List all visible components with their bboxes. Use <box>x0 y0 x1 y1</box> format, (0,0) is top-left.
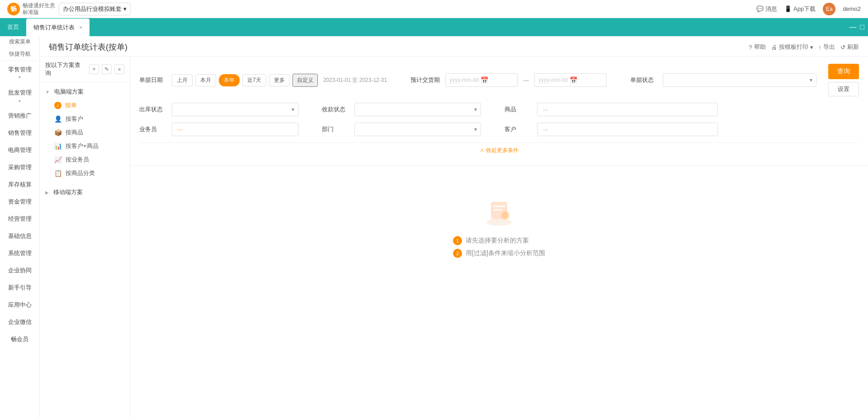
empty-tip-1: 1 请先选择要分析的方案 <box>453 236 545 245</box>
scheme-item-product[interactable]: 📦 按商品 <box>40 126 130 139</box>
page-actions: ? 帮助 🖨 按模板打印 ▾ ↑ 导出 ↺ 刷新 <box>749 43 859 51</box>
collapse-icon: ▶ <box>45 190 49 195</box>
scheme-item-customer-product[interactable]: 📊 按客户+商品 <box>40 139 130 153</box>
collapse-filters-button[interactable]: ∧ 收起更多条件 <box>139 142 859 158</box>
mobile-section-header[interactable]: ▶ 移动端方案 <box>40 185 130 199</box>
scheme-item-customer[interactable]: 👤 按客户 <box>40 112 130 126</box>
this-month-button[interactable]: 本月 <box>195 74 216 86</box>
sidebar-item-ecommerce[interactable]: 电商管理 <box>0 142 39 159</box>
sidebar-item-app-center[interactable]: 应用中心 <box>0 296 39 314</box>
scheme-icon: 📈 <box>54 156 62 163</box>
salesman-input[interactable]: ··· <box>172 123 298 136</box>
collapse-icon: ∧ <box>480 147 486 153</box>
scheme-item-single[interactable]: ✓ 按单 <box>40 99 130 112</box>
svg-rect-2 <box>493 205 505 207</box>
sidebar-item-basic[interactable]: 基础信息 <box>0 228 39 245</box>
query-button[interactable]: 查询 <box>828 64 859 79</box>
sidebar-item-wechat[interactable]: 企业微信 <box>0 314 39 331</box>
logo-area: 畅 畅捷通好生意 标准版 <box>7 2 55 15</box>
this-year-button[interactable]: 本年 <box>219 74 240 86</box>
help-button[interactable]: ? 帮助 <box>749 43 765 51</box>
ship-status-select[interactable]: ▾ <box>172 103 298 116</box>
customer-input[interactable]: ··· <box>537 123 718 136</box>
content-area: 销售订单统计表(按单) ? 帮助 🖨 按模板打印 ▾ ↑ 导出 ↺ 刷新 <box>40 36 868 418</box>
salesman-label: 业务员 <box>139 125 166 133</box>
date-range-display: 2023-01-01 至 2023-12-31 <box>323 76 387 84</box>
svg-rect-3 <box>493 209 502 211</box>
tab-sales-order-stats[interactable]: 销售订单统计表 × <box>26 19 90 37</box>
user-initials: Ea <box>826 6 833 12</box>
sidebar-item-newbie[interactable]: 新手引导 <box>0 279 39 296</box>
filter-row-3: 业务员 ··· 部门 ▾ 客户 ··· <box>139 123 859 136</box>
scheme-icon: 📊 <box>54 142 62 150</box>
last-month-button[interactable]: 上月 <box>172 74 193 86</box>
sidebar-item-purchase[interactable]: 采购管理 <box>0 159 39 176</box>
sidebar-item-member[interactable]: 畅会员 <box>0 331 39 348</box>
customer-label: 客户 <box>505 125 532 133</box>
expected-date-start-input[interactable]: yyyy-mm-dd 📅 <box>445 73 518 87</box>
sidebar-item-retail[interactable]: 零售管理 ▾ <box>0 61 39 84</box>
sidebar-item-marketing[interactable]: 营销推广 <box>0 107 39 124</box>
scheme-item-salesman[interactable]: 📈 按业务员 <box>40 153 130 166</box>
expected-date-end-input[interactable]: yyyy-mm-dd 📅 <box>534 73 607 87</box>
scheme-item-category[interactable]: 📋 按商品分类 <box>40 166 130 180</box>
sidebar-search-button[interactable]: 搜索菜单 <box>0 36 39 48</box>
print-button[interactable]: 🖨 按模板打印 ▾ <box>771 43 813 51</box>
custom-date-button[interactable]: 自定义 <box>292 74 318 87</box>
window-minimize-icon[interactable]: — <box>849 23 856 31</box>
sidebar-item-enterprise[interactable]: 企业协同 <box>0 262 39 279</box>
sidebar-item-sales[interactable]: 销售管理 <box>0 124 39 142</box>
sidebar-item-wholesale[interactable]: 批发管理 ▴ <box>0 84 39 107</box>
export-icon: ↑ <box>819 44 822 51</box>
print-chevron-icon: ▾ <box>810 44 813 51</box>
edit-scheme-button[interactable]: ✎ <box>102 64 112 74</box>
avatar[interactable]: Ea <box>823 3 835 15</box>
refresh-icon: ↺ <box>840 44 845 51</box>
receive-status-select[interactable]: ▾ <box>354 103 481 116</box>
ship-status-label: 出库状态 <box>139 105 166 114</box>
svg-text:?: ? <box>504 214 506 218</box>
sidebar-item-inventory[interactable]: 库存核算 <box>0 176 39 193</box>
settings-button[interactable]: 设置 <box>828 82 859 96</box>
account-selector[interactable]: 办公用品行业模拟账套 ▾ <box>59 3 131 15</box>
goods-input[interactable]: ··· <box>537 103 718 116</box>
scheme-panel-header: 按以下方案查询 + ✎ « <box>40 57 130 82</box>
desktop-section-header[interactable]: ▼ 电脑端方案 <box>40 85 130 99</box>
empty-tips: 1 请先选择要分析的方案 2 用[过滤]条件来缩小分析范围 <box>453 236 545 258</box>
download-button[interactable]: 📱 App下载 <box>784 5 816 13</box>
sidebar-item-system[interactable]: 系统管理 <box>0 245 39 262</box>
tip-number-2: 2 <box>453 249 462 258</box>
sidebar-item-operations[interactable]: 经营管理 <box>0 210 39 228</box>
status-select[interactable]: ▾ <box>663 73 816 87</box>
tab-bar: 首页 销售订单统计表 × — □ <box>0 18 868 36</box>
scheme-icon: 👤 <box>54 115 62 123</box>
chevron-down-icon: ▾ <box>123 5 127 12</box>
add-scheme-button[interactable]: + <box>89 64 99 74</box>
mobile-scheme-section: ▶ 移动端方案 <box>40 183 130 202</box>
dept-label: 部门 <box>322 125 349 133</box>
select-chevron-icon: ▾ <box>474 126 477 133</box>
select-chevron-icon: ▾ <box>292 106 294 113</box>
refresh-button[interactable]: ↺ 刷新 <box>840 43 859 51</box>
more-options-icon: ··· <box>543 106 548 113</box>
top-bar: 畅 畅捷通好生意 标准版 办公用品行业模拟账套 ▾ 💬 消息 📱 App下载 E… <box>0 0 868 18</box>
filter-result-area: 单据日期 上月 本月 本年 近7天 更多 自定义 2023-01-01 至 20… <box>130 57 868 418</box>
tab-close-icon[interactable]: × <box>79 24 82 31</box>
more-date-button[interactable]: 更多 <box>269 74 290 86</box>
export-button[interactable]: ↑ 导出 <box>819 43 835 51</box>
sidebar-quick-nav[interactable]: 快捷导航 <box>0 48 39 61</box>
message-button[interactable]: 💬 消息 <box>756 5 777 13</box>
status-label: 单据状态 <box>630 76 657 84</box>
dept-select[interactable]: ▾ <box>354 123 481 136</box>
main-content: 按以下方案查询 + ✎ « ▼ <box>40 57 868 418</box>
logo-icon: 畅 <box>7 3 20 15</box>
last7-button[interactable]: 近7天 <box>242 74 266 86</box>
download-icon: 📱 <box>784 5 792 12</box>
sidebar-item-finance[interactable]: 资金管理 <box>0 193 39 210</box>
tab-home[interactable]: 首页 <box>0 18 26 36</box>
collapse-scheme-panel-button[interactable]: « <box>114 64 124 74</box>
window-maximize-icon[interactable]: □ <box>860 23 864 31</box>
expected-date-label: 预计交货期 <box>410 76 440 84</box>
empty-illustration: ? <box>481 193 517 229</box>
goods-label: 商品 <box>505 105 532 114</box>
